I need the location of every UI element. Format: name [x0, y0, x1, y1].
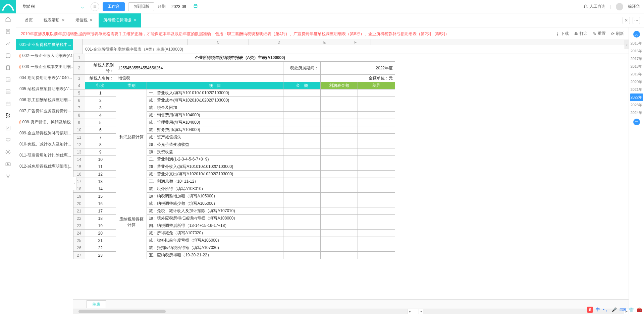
ime-mic-icon[interactable]: 🎤 — [611, 307, 617, 312]
app-logo[interactable] — [0, 0, 16, 13]
refresh-button[interactable]: ⟳ 刷新 — [611, 31, 624, 37]
topbar: 增值税 ⌄ 工作台 切到旧版 账期 2023-09 人工咨询 | 徐泽华 — [16, 0, 644, 13]
ime-skin-icon[interactable]: 👕 — [629, 307, 634, 312]
tab-home[interactable]: 首页 — [20, 13, 38, 27]
print-button[interactable]: 🖶 打印 — [574, 31, 588, 37]
ime-toolbar: S 中 •， 🎤 ⌨ 👕 🧰 — [587, 307, 642, 313]
form-nav-item[interactable]: 004-期间费用明细表(A1040... — [16, 72, 73, 83]
spreadsheet-table[interactable]: 1企业所得税年度纳税申报表（A类）主表(A100000)2纳税人识别号：1255… — [73, 54, 395, 259]
ime-badge[interactable]: S — [587, 307, 593, 313]
svg-rect-4 — [6, 90, 10, 91]
sheet-tab-main[interactable]: 主表 — [87, 300, 106, 308]
warning-icon: ! — [19, 120, 21, 124]
warning-icon: ! — [19, 65, 21, 69]
warning-text: 2019年度涉及取以前年度结转数据的申报表单元格需要手工维护正确，才能保证本年及… — [21, 31, 549, 37]
year-button[interactable]: 2019年 — [630, 70, 643, 78]
ime-toolbox-icon[interactable]: 🧰 — [637, 307, 642, 312]
more-tabs-button[interactable]: ⋯ — [633, 17, 640, 24]
close-icon[interactable]: ✕ — [90, 18, 93, 22]
svg-point-8 — [7, 151, 9, 153]
form-nav: 001-企业所得税年度纳税申...!002-一般企业收入明细表(A1...!00… — [16, 39, 73, 314]
year-button[interactable]: 2018年 — [630, 63, 643, 70]
form-nav-item[interactable]: 005-纳税调整项目明细表(A1... — [16, 83, 73, 95]
nav-settings-icon[interactable] — [0, 146, 16, 158]
form-nav-item[interactable]: !002-一般企业收入明细表(A1... — [16, 50, 73, 61]
sheet-breadcrumb: 001-企业所得税年度纳税申报表（A类）主表(A100000) — [83, 45, 186, 54]
nav-doc-icon[interactable] — [0, 25, 16, 38]
form-nav-item[interactable]: 011-研发费用加计扣除优惠... — [16, 150, 73, 161]
user-name[interactable]: 徐泽华 — [628, 4, 640, 9]
list-button[interactable] — [91, 2, 99, 11]
year-button[interactable]: 2022年 — [630, 93, 643, 101]
tab-vat[interactable]: 增值税✕ — [71, 13, 97, 27]
svg-rect-10 — [194, 5, 197, 8]
nav-report-icon[interactable] — [0, 74, 16, 86]
year-button[interactable]: 2020年 — [630, 78, 643, 86]
company-selector[interactable]: 增值税 ⌄ — [20, 2, 87, 11]
close-icon[interactable]: ✕ — [133, 18, 137, 22]
form-nav-item[interactable]: 007-广告费和业务宣传费跨... — [16, 106, 73, 117]
nav-calendar-icon[interactable] — [0, 98, 16, 110]
download-button[interactable]: ⭳ 下载 — [555, 31, 569, 37]
form-nav-item[interactable]: 006-职工薪酬纳税调整明细... — [16, 95, 73, 106]
chevron-down-icon: ⌄ — [80, 4, 85, 9]
nav-video-icon[interactable] — [0, 158, 16, 170]
avatar[interactable] — [616, 3, 623, 10]
sheet-tabs: 主表 — [73, 299, 629, 309]
nav-chart-icon[interactable] — [0, 38, 16, 50]
year-button[interactable]: 2021年 — [630, 86, 643, 93]
ime-lang[interactable]: 中 — [596, 307, 600, 313]
ime-punct-icon[interactable]: •， — [603, 307, 609, 313]
year-button[interactable]: 2017年 — [630, 55, 643, 63]
nav-inbox-icon[interactable] — [0, 134, 16, 146]
year-button[interactable]: 2016年 — [630, 47, 643, 55]
nav-tax-icon[interactable] — [0, 110, 16, 122]
year-button[interactable]: 2015年 — [630, 40, 643, 47]
col-header-e[interactable]: E — [309, 39, 340, 45]
year-button[interactable]: 2024年 — [630, 109, 643, 117]
form-nav-item[interactable]: !008-资产折旧、摊销及纳税... — [16, 117, 73, 128]
col-header-f[interactable]: F — [340, 39, 371, 45]
sheet-area: ‹ › C D E F 001-企业所得税年度纳税申报表（A类）主表 — [73, 39, 629, 314]
col-header-d[interactable]: D — [249, 39, 309, 45]
nav-template-icon[interactable] — [0, 86, 16, 98]
svg-rect-6 — [6, 102, 10, 106]
company-name: 增值税 — [23, 4, 35, 9]
expand-handle[interactable]: › — [625, 40, 629, 49]
calendar-icon[interactable] — [193, 4, 198, 9]
nav-home-icon[interactable] — [0, 13, 16, 25]
tabbar: 首页 税表清册✕ 增值税✕ 所得税汇算清缴✕ ✕ ⋯ — [16, 13, 644, 27]
switch-old-button[interactable]: 切到旧版 — [128, 2, 154, 11]
nav-clipboard-icon[interactable] — [0, 62, 16, 74]
workbench-button[interactable]: 工作台 — [103, 2, 125, 11]
form-nav-item[interactable]: !003-一般企业成本支出明细... — [16, 61, 73, 72]
period-label: 账期 — [158, 4, 166, 9]
app-sidebar — [0, 0, 16, 314]
ime-keyboard-icon[interactable]: ⌨ — [620, 307, 626, 312]
rail-up-icon[interactable]: ︽ — [633, 31, 640, 38]
form-nav-item[interactable]: 001-企业所得税年度纳税申... — [16, 39, 73, 50]
year-rail: ︽ 2015年2016年2017年2018年2019年2020年2021年202… — [629, 27, 644, 314]
tab-income-tax[interactable]: 所得税汇算清缴✕ — [99, 13, 141, 27]
col-header-c[interactable]: C — [188, 39, 249, 45]
form-nav-item[interactable]: 010-免税、减计收入及加计... — [16, 139, 73, 150]
reset-button[interactable]: ↻ 重置 — [593, 31, 606, 37]
horizontal-scrollbar[interactable]: ▸ ◂ ▸ — [73, 309, 629, 314]
form-nav-item[interactable]: 012-减免所得税优惠明细表(... — [16, 161, 73, 172]
consult-link[interactable]: 人工咨询 — [583, 4, 605, 9]
close-icon[interactable]: ✕ — [62, 18, 65, 22]
period-value[interactable]: 2023-09 — [169, 3, 189, 10]
collapse-handle[interactable]: ‹ — [73, 177, 77, 190]
close-all-button[interactable]: ✕ — [623, 17, 630, 24]
nav-archive-icon[interactable] — [0, 122, 16, 134]
nav-money-icon[interactable] — [0, 50, 16, 62]
warning-icon: ! — [19, 54, 21, 58]
rail-down-icon[interactable]: ︾ — [633, 119, 640, 125]
tab-tax-list[interactable]: 税表清册✕ — [39, 13, 69, 27]
year-button[interactable]: 2023年 — [630, 101, 643, 109]
nav-v-icon[interactable] — [0, 170, 16, 182]
svg-rect-5 — [6, 92, 10, 94]
form-nav-item[interactable]: 009-企业所得税弥补亏损明... — [16, 128, 73, 139]
